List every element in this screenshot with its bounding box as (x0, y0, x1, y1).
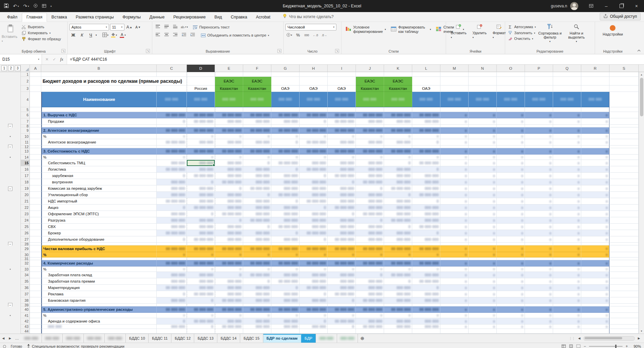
cell-R32[interactable]: 0 (581, 260, 609, 267)
sheet-tab-redacted[interactable]: 000 000 (84, 334, 105, 343)
zoom-slider[interactable] (589, 346, 623, 347)
cell-H12[interactable] (300, 146, 328, 148)
cell-D35[interactable]: 000 000 (187, 278, 215, 285)
cell-O29[interactable]: 0 (497, 245, 525, 252)
cell-C16[interactable]: 00 000 000 (157, 166, 187, 173)
horizontal-scroll-thumb[interactable] (585, 337, 622, 339)
cell-E3[interactable]: Казахстан (215, 85, 243, 92)
cell-I22[interactable]: 00 000 000 (328, 205, 356, 211)
row-header-44[interactable]: 44 (21, 329, 30, 334)
column-header-B[interactable]: B (41, 65, 157, 72)
delete-cells-button[interactable]: Удалить ▾ (470, 22, 490, 41)
cell-I4[interactable]: 000 000 (328, 92, 356, 107)
cell-E26[interactable]: 000 000 (215, 230, 243, 236)
cell-O14[interactable]: 0 (497, 155, 525, 160)
cell-L26[interactable]: 0 (412, 230, 440, 236)
cell-P1[interactable] (525, 72, 553, 77)
cell-H13[interactable]: 00 000 000 (300, 148, 328, 155)
cell-J18[interactable]: 00 000 000 (356, 179, 384, 185)
cell-J13[interactable]: 00 000 000 (356, 148, 384, 155)
cell-N36[interactable]: 0 (469, 285, 497, 291)
row-header-16[interactable]: 16 (21, 166, 30, 173)
cell-L31[interactable] (412, 257, 440, 260)
cell-J5[interactable] (356, 107, 384, 112)
cell-K10[interactable]: 0 (384, 134, 412, 139)
cell-A13[interactable] (30, 148, 41, 155)
decrease-font-button[interactable]: A▼ (134, 24, 142, 31)
sheet-tab-redacted[interactable]: 000 000 (21, 334, 42, 343)
cell-N18[interactable]: 0 (469, 179, 497, 185)
page-break-preview-icon[interactable] (576, 344, 581, 348)
autosum-button[interactable]: ΣАвтосумма ▾ (507, 25, 536, 29)
cell-M20[interactable]: 0 (440, 192, 469, 198)
cell-G3[interactable]: ОАЭ (271, 85, 300, 92)
percent-style-button[interactable]: % (294, 32, 302, 39)
cell-A43[interactable] (30, 325, 41, 329)
cell-Q39[interactable] (553, 304, 581, 306)
cell-E27[interactable]: 000 000 (215, 236, 243, 243)
cell-B10[interactable]: % (41, 134, 157, 139)
cell-B33[interactable]: % (41, 267, 157, 272)
row-header-36[interactable]: 36 (21, 285, 30, 291)
number-format-combo[interactable]: Числовой▾ (285, 24, 336, 31)
cell-I37[interactable]: 00 000 000 (328, 291, 356, 297)
cell-L10[interactable]: 0 (412, 134, 440, 139)
cell-H17[interactable]: 0 (300, 173, 328, 179)
dialog-launcher-icon[interactable]: ↘ (146, 49, 150, 53)
cancel-icon[interactable]: ✕ (45, 57, 49, 62)
cell-B32[interactable]: 4. Коммерческие расходы (41, 260, 157, 267)
cell-A16[interactable] (30, 166, 41, 173)
cell-C12[interactable] (157, 146, 187, 148)
column-header-O[interactable]: O (497, 65, 525, 72)
cell-Q23[interactable]: 0 (553, 211, 581, 217)
cell-B34[interactable]: Заработная плата оклад (41, 272, 157, 278)
cell-C3[interactable] (157, 85, 187, 92)
fill-button[interactable]: Заполнить ▾ (507, 31, 536, 35)
cell-H1[interactable] (300, 72, 328, 77)
row-header-23[interactable]: 23 (21, 211, 30, 217)
cell-E11[interactable]: 000 000 (215, 139, 243, 146)
cell-S22[interactable] (609, 205, 639, 211)
cell-H34[interactable]: 000 000 (300, 272, 328, 278)
align-left-button[interactable] (154, 32, 162, 39)
cell-S29[interactable] (609, 245, 639, 252)
cell-K44[interactable] (384, 329, 412, 334)
cell-P27[interactable]: 0 (525, 236, 553, 243)
cell-K13[interactable]: 00 000 000 (384, 148, 412, 155)
cell-B26[interactable]: Брокер (41, 230, 157, 236)
cell-G5[interactable] (271, 107, 300, 112)
cell-N20[interactable]: 0 (469, 192, 497, 198)
cell-G35[interactable]: 00 000 000 (271, 278, 300, 285)
cell-Q28[interactable] (553, 243, 581, 245)
cell-I5[interactable] (328, 107, 356, 112)
cell-G29[interactable]: 00 000 000 (271, 245, 300, 252)
sheet-tab-redacted[interactable]: 000 000 (105, 334, 126, 343)
sheet-tab-БДДС 15[interactable]: БДДС 15 (240, 334, 263, 343)
cell-S40[interactable] (609, 306, 639, 313)
row-header-14[interactable]: 14 (21, 155, 30, 160)
save-button[interactable] (4, 3, 9, 9)
cell-B29[interactable]: Чистая валовая прибыль с НДС (41, 245, 157, 252)
cell-B13[interactable]: 3. Себестоимость с НДС (41, 148, 157, 155)
cell-B23[interactable]: Оформление ЭПСМ (ЭПТС) (41, 211, 157, 217)
cell-P3[interactable] (525, 85, 553, 92)
cell-G10[interactable]: 0 (271, 134, 300, 139)
cell-D12[interactable] (187, 146, 215, 148)
cell-C17[interactable]: 0 (157, 173, 187, 179)
cell-R23[interactable]: 0 (581, 211, 609, 217)
cell-G25[interactable]: 00 000 000 (271, 224, 300, 230)
cell-R31[interactable] (581, 257, 609, 260)
cell-N27[interactable]: 0 (469, 236, 497, 243)
row-header-32[interactable]: 32 (21, 260, 30, 267)
cell-N41[interactable]: 0 (469, 313, 497, 318)
cell-J23[interactable]: 00 000 000 (356, 211, 384, 217)
cell-O19[interactable]: 0 (497, 185, 525, 192)
cell-H14[interactable]: 0 (300, 155, 328, 160)
cell-H36[interactable]: 00 000 000 (300, 285, 328, 291)
cell-I19[interactable]: 000 000 (328, 185, 356, 192)
cell-E8[interactable] (215, 125, 243, 127)
cell-D14[interactable]: 0 (187, 155, 215, 160)
cell-I16[interactable]: 000 000 (328, 166, 356, 173)
cell-B44[interactable] (41, 329, 157, 334)
cell-J2[interactable]: ЕАЭС (356, 77, 384, 85)
